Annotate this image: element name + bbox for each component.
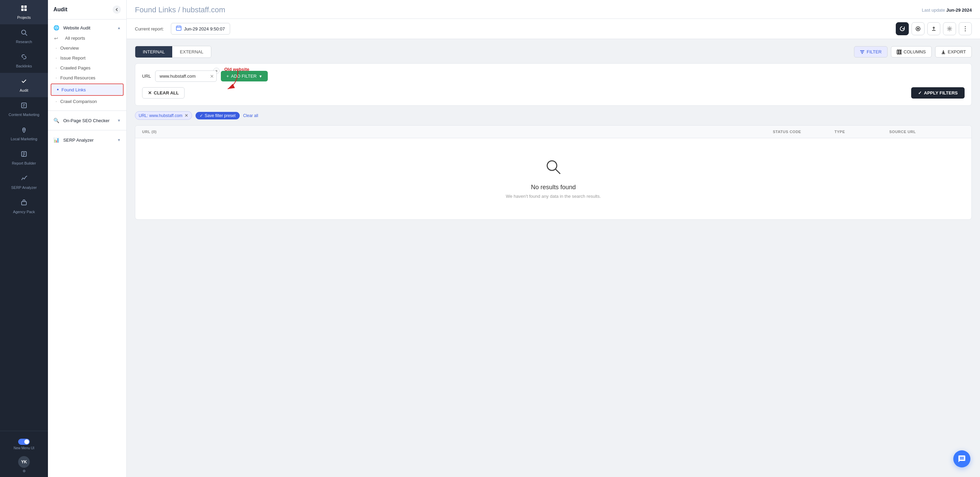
filter-button[interactable]: FILTER xyxy=(854,46,888,57)
add-filter-button[interactable]: + ADD FILTER ▼ xyxy=(221,71,268,81)
svg-point-25 xyxy=(965,30,966,32)
refresh-button[interactable] xyxy=(896,22,909,35)
nav-item-crawled-pages[interactable]: Crawled Pages xyxy=(48,63,126,73)
svg-rect-31 xyxy=(900,50,902,54)
new-menu-ui-toggle[interactable] xyxy=(18,439,30,445)
report-label: Current report: xyxy=(135,26,164,32)
filter-row: URL ✕ ✕ + ADD FILTER ▼ xyxy=(142,70,964,82)
upload-button[interactable] xyxy=(927,22,940,35)
main-content: Found Links / hubstaff.com Last update J… xyxy=(127,0,980,477)
svg-rect-30 xyxy=(899,50,900,54)
svg-point-20 xyxy=(917,28,919,29)
tab-internal[interactable]: INTERNAL xyxy=(135,46,172,57)
apply-filters-icon: ✓ xyxy=(918,90,922,95)
nav-section-on-page-seo-header[interactable]: 🔍 On-Page SEO Checker ▼ xyxy=(48,115,126,126)
sidebar-item-report-builder-label: Report Builder xyxy=(12,161,36,165)
sidebar-item-audit-label: Audit xyxy=(19,88,28,92)
audit-icon xyxy=(21,78,27,86)
on-page-seo-chevron: ▼ xyxy=(117,118,121,122)
add-filter-chevron: ▼ xyxy=(259,74,262,78)
filter-input-clear-button[interactable]: ✕ xyxy=(210,74,214,79)
tab-external[interactable]: EXTERNAL xyxy=(172,46,211,57)
sidebar-item-agency-pack-label: Agency Pack xyxy=(13,210,35,214)
sidebar-item-projects[interactable]: Projects xyxy=(0,0,48,24)
domain-name: hubstaff.com xyxy=(182,5,225,14)
report-left: Current report: Jun-29 2024 9:50:07 xyxy=(135,23,230,35)
svg-rect-3 xyxy=(24,9,27,11)
svg-rect-0 xyxy=(21,5,24,8)
sidebar-item-backlinks[interactable]: Backlinks xyxy=(0,49,48,73)
active-filter-remove-button[interactable]: ✕ xyxy=(185,113,188,118)
nav-section-website-audit-header[interactable]: 🌐 Website Audit ▲ xyxy=(48,22,126,33)
toggle-label: New Menu UI xyxy=(14,446,35,450)
clear-all-button[interactable]: ✕ CLEAR ALL xyxy=(142,87,185,98)
nav-divider-2 xyxy=(48,130,126,130)
nav-item-crawl-comparison[interactable]: Crawl Comparison xyxy=(48,97,126,106)
agency-pack-icon xyxy=(21,199,27,208)
serp-analyzer-icon xyxy=(21,175,27,184)
collapse-nav-button[interactable] xyxy=(113,5,121,14)
svg-point-4 xyxy=(22,30,26,34)
settings-button[interactable] xyxy=(943,22,956,35)
filter-area: URL ✕ ✕ + ADD FILTER ▼ xyxy=(135,63,972,106)
projects-icon xyxy=(21,5,27,13)
filter-actions-row: ✕ CLEAR ALL ✓ APPLY FILTERS xyxy=(142,87,964,98)
nav-item-overview[interactable]: Overview xyxy=(48,43,126,53)
clear-all-icon: ✕ xyxy=(148,90,152,95)
nav-item-issue-report[interactable]: Issue Report xyxy=(48,53,126,63)
tab-bar: INTERNAL EXTERNAL FILTER COLUMNS EXPORT xyxy=(135,46,972,58)
sidebar-item-agency-pack[interactable]: Agency Pack xyxy=(0,194,48,219)
tab-actions: FILTER COLUMNS EXPORT xyxy=(854,46,972,57)
nav-item-all-reports[interactable]: ↩ All reports xyxy=(48,33,126,43)
sidebar-item-serp-analyzer[interactable]: SERP Analyzer xyxy=(0,170,48,194)
svg-rect-6 xyxy=(22,103,26,108)
tabs: INTERNAL EXTERNAL xyxy=(135,46,211,58)
more-options-button[interactable] xyxy=(959,22,972,35)
report-bar: Current report: Jun-29 2024 9:50:07 xyxy=(127,19,980,39)
save-preset-button[interactable]: ✓ Save filter preset xyxy=(196,112,240,119)
report-selector[interactable]: Jun-29 2024 9:50:07 xyxy=(171,23,230,35)
sidebar-item-backlinks-label: Backlinks xyxy=(16,64,32,68)
content-marketing-icon xyxy=(21,102,27,111)
export-button[interactable]: EXPORT xyxy=(935,46,972,57)
columns-button[interactable]: COLUMNS xyxy=(891,46,932,57)
report-builder-icon xyxy=(21,151,27,159)
sidebar-item-projects-label: Projects xyxy=(17,16,31,19)
report-date: Jun-29 2024 9:50:07 xyxy=(184,26,225,32)
sidebar-item-report-builder[interactable]: Report Builder xyxy=(0,146,48,170)
empty-state: No results found We haven't found any da… xyxy=(135,138,971,219)
active-filter-tag: URL: www.hubstaff.com ✕ xyxy=(135,111,192,120)
calendar-icon xyxy=(176,25,181,32)
sidebar-item-local-marketing[interactable]: Local Marketing xyxy=(0,122,48,146)
apply-filters-button[interactable]: ✓ APPLY FILTERS xyxy=(911,87,964,98)
svg-point-23 xyxy=(965,26,966,27)
user-avatar[interactable]: YK xyxy=(18,456,30,468)
filter-url-label: URL xyxy=(142,74,151,79)
active-filters-row: URL: www.hubstaff.com ✕ ✓ Save filter pr… xyxy=(135,111,972,120)
sidebar-item-content-marketing[interactable]: Content Marketing xyxy=(0,97,48,122)
empty-search-icon xyxy=(545,159,562,178)
main-header: Found Links / hubstaff.com Last update J… xyxy=(127,0,980,19)
empty-subtitle: We haven't found any data in the search … xyxy=(506,194,601,199)
sidebar-item-research-label: Research xyxy=(16,40,32,44)
url-filter-input[interactable] xyxy=(155,70,217,82)
nav-item-found-resources[interactable]: Found Resources xyxy=(48,73,126,83)
svg-line-5 xyxy=(25,34,27,36)
svg-rect-29 xyxy=(897,50,899,54)
sidebar-bottom: New Menu UI YK ⚙ xyxy=(0,431,48,477)
svg-rect-2 xyxy=(21,9,24,11)
empty-title: No results found xyxy=(531,184,576,191)
sidebar-item-research[interactable]: Research xyxy=(0,24,48,49)
sidebar-item-audit[interactable]: Audit xyxy=(0,73,48,97)
website-audit-icon: 🌐 xyxy=(53,25,59,30)
svg-rect-15 xyxy=(177,26,181,30)
website-audit-chevron: ▲ xyxy=(117,26,121,30)
clear-all-link[interactable]: Clear all xyxy=(243,113,258,118)
settings-icon-small[interactable]: ⚙ xyxy=(22,469,26,473)
chat-fab-button[interactable] xyxy=(953,450,970,467)
filter-circle-button[interactable] xyxy=(912,22,924,35)
nav-panel-header: Audit xyxy=(48,0,126,19)
nav-section-on-page-seo: 🔍 On-Page SEO Checker ▼ xyxy=(48,112,126,129)
nav-item-found-links[interactable]: Found Links xyxy=(51,84,124,96)
nav-section-serp-analyzer-header[interactable]: 📊 SERP Analyzer ▼ xyxy=(48,135,126,146)
